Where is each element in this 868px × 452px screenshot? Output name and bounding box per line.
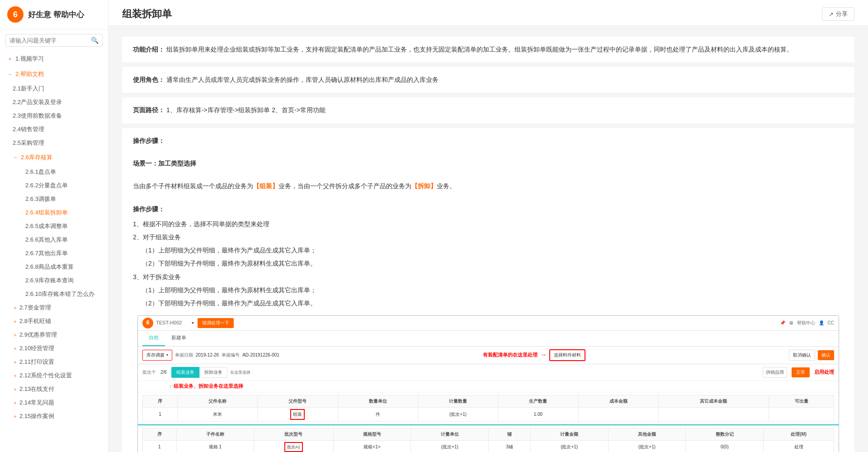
search-box[interactable]: 🔍 — [5, 34, 103, 47]
sidebar-item-s214[interactable]: ＋2.14常见问题 — [13, 396, 108, 409]
sidebar-item-s212[interactable]: ＋2.12系统个性化设置 — [13, 369, 108, 382]
sidebar-item-help-docs[interactable]: － 2.帮助文档 — [0, 67, 108, 82]
step3: 3、对于拆卖业务 — [133, 271, 844, 283]
sidebar-item-label: 1.视频学习 — [15, 55, 44, 63]
th-avail: 可出量 — [769, 395, 834, 407]
sidebar-item-s211[interactable]: ＋2.11打印设置 — [13, 355, 108, 369]
inner-select-annotation: 在这里选择 — [230, 369, 250, 376]
sidebar-item-s27[interactable]: ＋2.7资金管理 — [13, 301, 108, 314]
role-text: 通常由生产人员或库管人员完成拆装业务的操作，库管人员确认原材料的出库和产成品的入… — [166, 76, 439, 83]
app-name: 好生意 帮助中心 — [28, 10, 84, 20]
scenario1-label: 场景一：加工类型选择 — [133, 158, 844, 169]
inner-text1: 帮助中心 — [797, 319, 815, 327]
inner-type-field[interactable]: 库存调拨 ▾ — [142, 350, 172, 361]
sidebar-item-s22[interactable]: 2.2产品安装及登录 — [13, 95, 108, 109]
logo-area: 6 好生意 帮助中心 — [0, 0, 108, 29]
inner-tab-ziran[interactable]: 自然 — [142, 331, 165, 346]
th-parent-name: 父件名称 — [177, 395, 257, 407]
sidebar-item-s268[interactable]: 2.6.8商品成本重算 — [25, 260, 108, 274]
steps-block: 1、根据不同的业务，选择不同单据的类型来处理 2、对于组装业务 （1）上部明细为… — [133, 219, 844, 309]
sidebar-item-s265[interactable]: 2.6.5成本调整单 — [25, 219, 108, 233]
path-text: 1、库存核算->库存管理->组装拆卸单 2、首页->常用功能 — [166, 106, 326, 114]
inner-process-btn[interactable]: 选择料件材料 — [549, 349, 585, 361]
inner-count-label: 批次个 — [142, 368, 156, 376]
sidebar-item-s28[interactable]: ＋2.8手机旺铺 — [13, 314, 108, 328]
td-avail — [769, 407, 834, 421]
th2-child-name: 子件名称 — [176, 428, 254, 440]
inner-table2-body: 1 规格 1 批次A1 规格<1> (批次+1) 3辅 (批次+1) — [143, 440, 834, 452]
inner-tab-new[interactable]: 新建单 — [165, 331, 193, 346]
step3-1: （1）上部明细为父件明细，最终作为原材料生成其它出库单； — [133, 285, 844, 296]
annotation3-arrow: ↑ — [170, 383, 172, 390]
search-input[interactable] — [9, 37, 88, 44]
inner-type-toggle: 组装业务 拆卸业务 在这里选择 — [171, 367, 250, 378]
logo-icon: 6 — [7, 6, 24, 23]
inner-table1: 序 父件名称 父件型号 数量单位 计量数量 生产数量 成本金额 其它成本金额 可… — [142, 395, 834, 422]
inner-upper-table: 序 父件名称 父件型号 数量单位 计量数量 生产数量 成本金额 其它成本金额 可… — [138, 392, 839, 424]
th2-other-cost: 其他金额 — [608, 428, 686, 440]
arrow-icon1: → — [540, 349, 547, 361]
inner-table1-header-row: 序 父件名称 父件型号 数量单位 计量数量 生产数量 成本金额 其它成本金额 可… — [143, 395, 834, 407]
inner-type-group-btn[interactable]: 组装业务 — [171, 367, 199, 378]
td-prod-qty: 1.00 — [498, 407, 578, 421]
sidebar-item-video-learning[interactable]: ＋ 1.视频学习 — [0, 51, 108, 67]
td2-child-name: 规格 1 — [176, 440, 254, 452]
sidebar-item-s263[interactable]: 2.6.3调拨单 — [25, 192, 108, 206]
inner-type-disassemble-btn[interactable]: 拆卸业务 — [199, 367, 227, 378]
sidebar-item-s210[interactable]: ＋2.10经营管理 — [13, 342, 108, 355]
inner-table2-header-row: 序 子件名称 批次型号 规格型号 计量单位 辅 计量金额 其他金额 整数分记 — [143, 428, 834, 440]
sidebar-item-s24[interactable]: 2.4销售管理 — [13, 123, 108, 136]
sidebar-item-s25[interactable]: 2.5采购管理 — [13, 136, 108, 150]
path-label: 页面路径： — [133, 106, 165, 114]
inner-enable-btn[interactable]: 正常 — [792, 367, 810, 377]
role-label: 使用角色： — [133, 76, 165, 83]
inner-avatar: 👤 — [819, 319, 824, 327]
inner-table2-head: 序 子件名称 批次型号 规格型号 计量单位 辅 计量金额 其他金额 整数分记 — [143, 428, 834, 440]
inner-enable-field[interactable]: 供销品用 — [763, 367, 787, 378]
td-measure-qty: (批次+1) — [418, 407, 498, 421]
sidebar-item-s264[interactable]: 2.6.4组装拆卸单 — [25, 206, 108, 219]
sidebar-item-s2610[interactable]: 2.6.10库存账本错了怎么办 — [25, 287, 108, 301]
inner-dropdown: ▾ — [192, 319, 194, 327]
th-measure-qty: 计量数量 — [418, 395, 498, 407]
sidebar-item-s266[interactable]: 2.6.6其他入库单 — [25, 233, 108, 247]
main-content: 功能介绍： 组装拆卸单用来处理企业组装或拆卸等加工业务，支持有固定装配清单的产品… — [108, 26, 868, 452]
sidebar-item-s262[interactable]: 2.6.2分量盘点单 — [25, 179, 108, 192]
inner-form-toolbar: 库存调拨 ▾ 单据日期 2019-12-26 单据编号 AD-20191226-… — [138, 347, 839, 364]
search-icon[interactable]: 🔍 — [91, 37, 99, 44]
sidebar-item-s215[interactable]: ＋2.15操作案例 — [13, 409, 108, 423]
sidebar-item-s213[interactable]: ＋2.13在线支付 — [13, 382, 108, 396]
inner-new-btn[interactable]: 现调处理一下 — [198, 318, 234, 328]
sidebar-item-s269[interactable]: 2.6.9库存账本查询 — [25, 274, 108, 287]
inner-cancel-confirm-btn[interactable]: 取消确认 — [789, 350, 815, 361]
annotation3-area: ↑ 组装业务、拆卸业务在这里选择 — [138, 381, 839, 392]
inner-app-topbar: 6 TEST-H002 ▾ 现调处理一下 📌 🖥 帮助中心 👤 C — [138, 316, 839, 331]
inner-enable-area: 供销品用 — [763, 367, 787, 378]
ops-label: 操作步骤： — [133, 135, 844, 147]
annotation3-text: 组装业务、拆卸业务在这里选择 — [174, 382, 243, 391]
help-docs-sub: 2.1新手入门 2.2产品安装及登录 2.3使用前数据准备 2.4销售管理 2.… — [0, 82, 108, 423]
share-button[interactable]: ↗ 分享 — [822, 7, 854, 21]
inner-user: CC — [828, 319, 834, 327]
inner-type-label: 库存调拨 — [146, 351, 165, 359]
td2-int-part: 0(0) — [686, 440, 764, 452]
sidebar-item-s21[interactable]: 2.1新手入门 — [13, 82, 108, 95]
td2-batch: 批次A1 — [254, 440, 333, 452]
th2-measure-cost: 计量金额 — [530, 428, 608, 440]
step2: 2、对于组装业务 — [133, 232, 844, 243]
th2-seq: 序 — [143, 428, 177, 440]
sidebar-item-s26[interactable]: － 2.6库存核算 — [13, 150, 108, 165]
inner-count-val: 2/6 — [160, 368, 167, 376]
sidebar-item-s29[interactable]: ＋2.9优惠券管理 — [13, 328, 108, 342]
inner-process-row: 批次个 2/6 组装业务 拆卸业务 在这里选择 供销品用 — [138, 364, 839, 381]
inner-subnav: 自然 新建单 — [138, 331, 839, 347]
sidebar-item-s261[interactable]: 2.6.1盘点单 — [25, 165, 108, 179]
td2-unit: (批次+1) — [411, 440, 489, 452]
sidebar-item-s23[interactable]: 2.3使用前数据准备 — [13, 109, 108, 123]
path-section: 页面路径： 1、库存核算->库存管理->组装拆卸单 2、首页->常用功能 — [122, 97, 854, 123]
td-parent-name: 米米 — [177, 407, 257, 421]
step2-1: （1）上部明细为父件明细，最终作为产成品生成其它入库单； — [133, 245, 844, 256]
sidebar-item-s267[interactable]: 2.6.7其他出库单 — [25, 247, 108, 260]
main-area: 组装拆卸单 ↗ 分享 功能介绍： 组装拆卸单用来处理企业组装或拆卸等加工业务，支… — [108, 0, 868, 452]
inner-confirm-btn[interactable]: 确认 — [818, 350, 834, 360]
